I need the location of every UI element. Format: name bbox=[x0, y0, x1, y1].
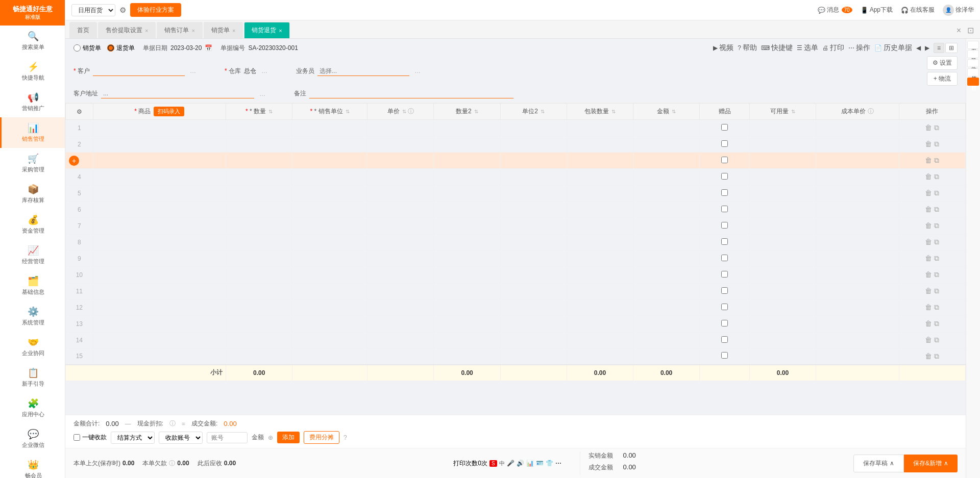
unit2-cell-7[interactable] bbox=[500, 218, 567, 234]
product-cell-9[interactable] bbox=[93, 250, 226, 267]
qty-cell-9[interactable] bbox=[226, 250, 292, 267]
gift-cell-7[interactable] bbox=[700, 218, 750, 234]
unit-sort-icon[interactable]: ⇅ bbox=[346, 109, 350, 114]
gift-checkbox-4[interactable] bbox=[721, 173, 728, 180]
price-cell-3[interactable] bbox=[368, 153, 434, 169]
gift-checkbox-5[interactable] bbox=[721, 189, 728, 196]
pack-cell-9[interactable] bbox=[567, 250, 633, 267]
gift-cell-15[interactable] bbox=[700, 348, 750, 365]
gift-checkbox-8[interactable] bbox=[721, 238, 728, 245]
copy-btn-5[interactable]: ⧉ bbox=[934, 189, 939, 197]
product-cell-8[interactable] bbox=[93, 234, 226, 250]
pack-cell-7[interactable] bbox=[567, 218, 633, 234]
message-btn[interactable]: 💬 消息 70 bbox=[818, 6, 852, 14]
memo-btn[interactable]: 便签 bbox=[967, 68, 979, 77]
experience-btn[interactable]: 体验行业方案 bbox=[130, 3, 181, 17]
delete-btn-5[interactable]: 🗑 bbox=[925, 189, 932, 197]
price-cell-9[interactable] bbox=[368, 250, 434, 267]
copy-btn-13[interactable]: ⧉ bbox=[934, 319, 939, 328]
qty2-cell-4[interactable] bbox=[434, 169, 500, 185]
pack-cell-13[interactable] bbox=[567, 316, 633, 332]
pack-cell-12[interactable] bbox=[567, 299, 633, 316]
gift-cell-2[interactable] bbox=[700, 136, 750, 153]
cost-cell-14[interactable] bbox=[816, 332, 899, 348]
star-btn[interactable]: 收藏 bbox=[967, 59, 979, 67]
sidebar-item-guide[interactable]: 📋 新手引导 bbox=[0, 362, 65, 393]
available-cell-6[interactable] bbox=[749, 202, 816, 218]
price-cell-2[interactable] bbox=[368, 136, 434, 153]
unit-cell-5[interactable] bbox=[292, 185, 368, 202]
qty-cell-12[interactable] bbox=[226, 299, 292, 316]
cost-cell-10[interactable] bbox=[816, 267, 899, 283]
available-cell-10[interactable] bbox=[749, 267, 816, 283]
gift-cell-3[interactable] bbox=[700, 153, 750, 169]
copy-btn-2[interactable]: ⧉ bbox=[934, 140, 939, 148]
copy-btn-15[interactable]: ⧉ bbox=[934, 352, 939, 361]
shortcut-btn[interactable]: ⌨ 快捷键 bbox=[761, 43, 793, 53]
tab-price-settings[interactable]: 售价提取设置 × bbox=[98, 22, 156, 38]
cost-cell-4[interactable] bbox=[816, 169, 899, 185]
amount-cell-15[interactable] bbox=[633, 348, 700, 365]
price-cell-15[interactable] bbox=[368, 348, 434, 365]
operation-btn[interactable]: ⋯ 操作 bbox=[848, 43, 870, 53]
qty-cell-11[interactable] bbox=[226, 283, 292, 299]
product-cell-2[interactable] bbox=[93, 136, 226, 153]
price-cell-12[interactable] bbox=[368, 299, 434, 316]
tab-sales-order-close[interactable]: × bbox=[191, 28, 194, 34]
discount-info-icon[interactable]: ⓘ bbox=[169, 419, 176, 428]
delete-btn-10[interactable]: 🗑 bbox=[925, 270, 932, 279]
address-lookup-btn[interactable]: … bbox=[259, 90, 265, 97]
pack-cell-14[interactable] bbox=[567, 332, 633, 348]
unit-cell-9[interactable] bbox=[292, 250, 368, 267]
available-cell-4[interactable] bbox=[749, 169, 816, 185]
unit-cell-6[interactable] bbox=[292, 202, 368, 218]
available-cell-3[interactable] bbox=[749, 153, 816, 169]
qty2-cell-7[interactable] bbox=[434, 218, 500, 234]
gift-checkbox-1[interactable] bbox=[721, 124, 728, 131]
unit-cell-7[interactable] bbox=[292, 218, 368, 234]
copy-btn-1[interactable]: ⧉ bbox=[934, 123, 939, 132]
sidebar-item-search[interactable]: 🔍 搜索菜单 bbox=[0, 26, 65, 56]
price-cell-6[interactable] bbox=[368, 202, 434, 218]
add-row-btn[interactable]: + bbox=[69, 156, 79, 166]
gift-cell-6[interactable] bbox=[700, 202, 750, 218]
amount-cell-14[interactable] bbox=[633, 332, 700, 348]
amount-sort-icon[interactable]: ⇅ bbox=[672, 109, 676, 114]
sidebar-item-system[interactable]: ⚙️ 系统管理 bbox=[0, 301, 65, 332]
window-maximize-btn[interactable]: ⊡ bbox=[965, 24, 976, 36]
settings-form-btn[interactable]: ⚙ 设置 bbox=[927, 56, 958, 70]
radio-delivery[interactable]: 销货单 bbox=[74, 44, 101, 53]
available-cell-9[interactable] bbox=[749, 250, 816, 267]
pack-cell-4[interactable] bbox=[567, 169, 633, 185]
price-cell-11[interactable] bbox=[368, 283, 434, 299]
save-draft-btn[interactable]: 保存草稿 ∧ bbox=[853, 455, 904, 472]
amount-cell-6[interactable] bbox=[633, 202, 700, 218]
delete-btn-14[interactable]: 🗑 bbox=[925, 336, 932, 344]
amount-cell-5[interactable] bbox=[633, 185, 700, 202]
copy-btn-10[interactable]: ⧉ bbox=[934, 270, 939, 279]
radio-return[interactable]: 退货单 bbox=[107, 44, 135, 53]
qty2-cell-11[interactable] bbox=[434, 283, 500, 299]
unit2-cell-1[interactable] bbox=[500, 120, 567, 136]
calendar-icon[interactable]: 📅 bbox=[205, 44, 212, 52]
price-info-icon[interactable]: ⓘ bbox=[408, 108, 414, 115]
online-service-btn[interactable]: 🎧 在线客服 bbox=[901, 6, 935, 14]
sidebar-item-member[interactable]: 👑 畅会员 bbox=[0, 454, 65, 478]
salesperson-input[interactable] bbox=[317, 66, 409, 76]
gift-cell-11[interactable] bbox=[700, 283, 750, 299]
product-cell-3[interactable] bbox=[93, 153, 226, 169]
cost-cell-15[interactable] bbox=[816, 348, 899, 365]
delete-btn-8[interactable]: 🗑 bbox=[925, 238, 932, 246]
available-sort-icon[interactable]: ⇅ bbox=[791, 109, 795, 114]
qty-cell-14[interactable] bbox=[226, 332, 292, 348]
unit2-cell-12[interactable] bbox=[500, 299, 567, 316]
unit2-cell-3[interactable] bbox=[500, 153, 567, 169]
icon-id[interactable]: 🪪 bbox=[536, 460, 544, 467]
cost-cell-3[interactable] bbox=[816, 153, 899, 169]
copy-btn-3[interactable]: ⧉ bbox=[934, 156, 939, 165]
delete-btn-9[interactable]: 🗑 bbox=[925, 254, 932, 263]
qty2-cell-15[interactable] bbox=[434, 348, 500, 365]
icon-shirt[interactable]: 👕 bbox=[546, 460, 553, 467]
sidebar-item-operations[interactable]: 📈 经营管理 bbox=[0, 240, 65, 270]
amount-cell-10[interactable] bbox=[633, 267, 700, 283]
